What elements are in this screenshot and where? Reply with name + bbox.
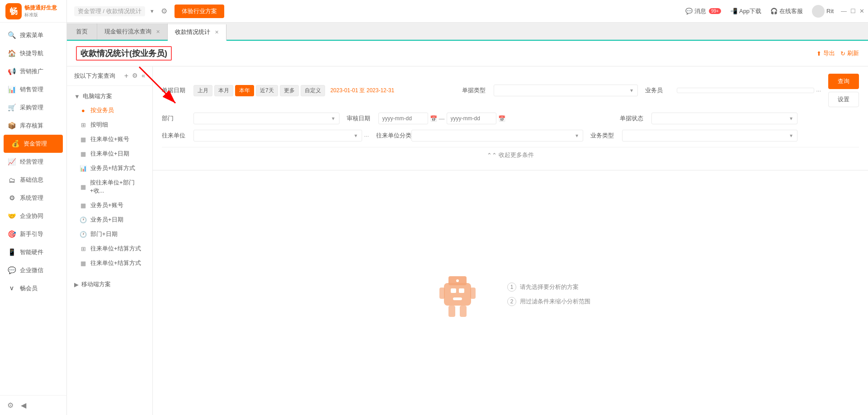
settings-plan-icon[interactable]: ⚙: [132, 72, 138, 80]
sidebar-item-marketing[interactable]: 📢 营销推广: [0, 62, 66, 80]
more-date-btn[interactable]: 更多: [280, 85, 299, 96]
plan-item-by-detail[interactable]: ⊞ 按明细: [67, 118, 152, 132]
close-icon[interactable]: ✕: [859, 8, 864, 14]
messages-item[interactable]: 💬 消息 99+: [685, 7, 721, 15]
doc-type-field: 单据类型 ▾: [462, 85, 638, 96]
dept-label: 部门: [162, 114, 193, 123]
sidebar-item-newbie[interactable]: 🎯 新手引导: [0, 225, 66, 243]
refresh-button[interactable]: ↻ 刷新: [840, 49, 859, 57]
export-button[interactable]: ⬆ 导出: [816, 49, 835, 57]
system-icon: ⚙: [7, 193, 16, 203]
staff-more-icon[interactable]: ···: [816, 87, 821, 94]
sidebar: 畅 畅捷通好生意 标准版 🔍 搜索菜单 🏠 快捷导航 📢 营销推广 📊 销售管理…: [0, 0, 67, 415]
breadcrumb: 资金管理 / 收款情况统计: [74, 6, 145, 16]
collapse-more-btn[interactable]: ⌃⌃ 收起更多条件: [162, 147, 859, 163]
left-panel-actions: + ⚙ «: [124, 72, 145, 80]
settings-bottom-icon[interactable]: ⚙: [7, 401, 14, 410]
plan-item-partner-date[interactable]: ▦ 往来单位+日期: [67, 146, 152, 161]
header: 资金管理 / 收款情况统计 ▾ ⚙ 体验行业方案 💬 消息 99+ 📲 App下…: [67, 0, 868, 23]
sidebar-item-system[interactable]: ⚙ 系统管理: [0, 189, 66, 207]
logo-text: 畅捷通好生意 标准版: [24, 4, 57, 18]
mobile-group-title[interactable]: ▶ 移动端方案: [67, 278, 152, 291]
sidebar-item-finance[interactable]: 💰 资金管理: [4, 135, 63, 153]
online-service-item[interactable]: 🎧 在线客服: [770, 7, 803, 15]
maximize-icon[interactable]: ☐: [850, 8, 856, 14]
last-7days-btn[interactable]: 近7天: [256, 85, 278, 96]
plan-item-partner-dept[interactable]: ▦ 按往来单位+部门+收...: [67, 175, 152, 198]
collapse-sidebar-icon[interactable]: ◀: [21, 401, 26, 410]
plan-item-by-staff[interactable]: ● 按业务员: [67, 103, 152, 118]
sidebar-item-purchase[interactable]: 🛒 采购管理: [0, 99, 66, 117]
add-plan-icon[interactable]: +: [124, 72, 128, 80]
sidebar-item-hardware[interactable]: 📱 智能硬件: [0, 243, 66, 261]
home-icon: 🏠: [7, 49, 16, 58]
minimize-icon[interactable]: —: [841, 8, 847, 14]
partner-category-label: 往来单位分类: [376, 132, 411, 140]
sales-icon: 📊: [7, 85, 16, 94]
sidebar-item-basic[interactable]: 🗂 基础信息: [0, 171, 66, 189]
audit-date-to[interactable]: [447, 113, 496, 124]
tab-bank-flow[interactable]: 现金银行流水查询 ✕: [97, 24, 168, 40]
svg-point-2: [456, 279, 459, 282]
header-dropdown-icon[interactable]: ▾: [151, 8, 154, 14]
plan-item-staff-date[interactable]: 🕐 业务员+日期: [67, 212, 152, 227]
tab-home[interactable]: 首页: [67, 24, 97, 40]
dept-select[interactable]: ▾: [193, 113, 340, 124]
svg-rect-5: [453, 297, 462, 300]
active-plan-icon: ●: [80, 107, 87, 114]
sidebar-item-wechat[interactable]: 💬 企业微信: [0, 261, 66, 279]
last-month-btn[interactable]: 上月: [193, 85, 212, 96]
date-range-display: 2023-01-01 至 2023-12-31: [330, 87, 394, 94]
page-header: 收款情况统计(按业务员) ⬆ 导出 ↻ 刷新: [67, 41, 868, 66]
staff-settlement-icon: 📊: [80, 165, 87, 172]
collapse-panel-icon[interactable]: «: [142, 72, 145, 80]
plan-item-partner-settlement2[interactable]: ▦ 往来单位+结算方式: [67, 256, 152, 270]
header-gear-icon[interactable]: ⚙: [161, 7, 167, 15]
tab-collection-stat[interactable]: 收款情况统计 ✕: [168, 24, 226, 41]
partner-select[interactable]: ▾: [193, 130, 362, 141]
partner-category-select[interactable]: ▾: [411, 130, 583, 141]
business-type-select[interactable]: ▾: [622, 130, 797, 141]
trial-button[interactable]: 体验行业方案: [175, 5, 224, 18]
plan-item-partner-settlement1[interactable]: ⊞ 往来单位+结算方式: [67, 241, 152, 256]
sidebar-item-member[interactable]: V 畅会员: [0, 279, 66, 297]
partner-settlement2-icon: ▦: [80, 259, 87, 267]
plan-item-partner-account[interactable]: ▦ 往来单位+账号: [67, 132, 152, 146]
staff-label: 业务员: [645, 86, 677, 94]
this-year-btn[interactable]: 本年: [235, 85, 254, 96]
tip-num-1: 1: [507, 283, 516, 292]
this-month-btn[interactable]: 本月: [214, 85, 233, 96]
sidebar-bottom: ⚙ ◀: [0, 395, 66, 415]
staff-select[interactable]: [677, 88, 814, 93]
sidebar-item-search[interactable]: 🔍 搜索菜单: [0, 26, 66, 44]
calendar-to-icon[interactable]: 📅: [498, 115, 505, 122]
custom-date-btn[interactable]: 自定义: [301, 85, 325, 96]
tabs-bar: 首页 现金银行流水查询 ✕ 收款情况统计 ✕: [67, 23, 868, 41]
svg-rect-3: [451, 288, 456, 293]
desktop-group-title[interactable]: ▼ 电脑端方案: [67, 90, 152, 103]
query-button[interactable]: 查询: [828, 74, 859, 89]
business-type-field: 业务类型 ▾: [590, 130, 797, 141]
tab-collection-stat-close[interactable]: ✕: [215, 29, 219, 35]
calendar-from-icon[interactable]: 📅: [430, 115, 437, 122]
plan-item-staff-settlement[interactable]: 📊 业务员+结算方式: [67, 161, 152, 175]
user-info-item[interactable]: Rit: [812, 5, 834, 18]
plan-item-dept-date[interactable]: 🕐 部门+日期: [67, 227, 152, 241]
sidebar-item-sales[interactable]: 📊 销售管理: [0, 80, 66, 99]
svg-rect-6: [439, 288, 445, 299]
sidebar-item-enterprise[interactable]: 🤝 企业协同: [0, 207, 66, 225]
app-download-item[interactable]: 📲 App下载: [730, 7, 761, 15]
sidebar-item-operations[interactable]: 📈 经营管理: [0, 153, 66, 171]
sidebar-item-inventory[interactable]: 📦 库存核算: [0, 117, 66, 135]
tab-bank-flow-close[interactable]: ✕: [156, 29, 160, 35]
main-layout: 按以下方案查询 + ⚙ « ▼ 电脑端方案 ● 按业务员 ⊞: [67, 66, 868, 415]
doc-status-select[interactable]: ▾: [651, 113, 797, 124]
partner-account-icon: ▦: [80, 136, 87, 143]
settings-button[interactable]: 设置: [828, 92, 859, 107]
partner-more-icon[interactable]: ···: [364, 132, 369, 139]
sidebar-item-shortcuts[interactable]: 🏠 快捷导航: [0, 44, 66, 62]
audit-date-from[interactable]: [378, 113, 428, 124]
doc-type-select[interactable]: ▾: [494, 85, 638, 96]
plan-item-staff-account[interactable]: ▦ 业务员+账号: [67, 198, 152, 212]
partner-category-field: 往来单位分类 ▾: [376, 130, 583, 141]
